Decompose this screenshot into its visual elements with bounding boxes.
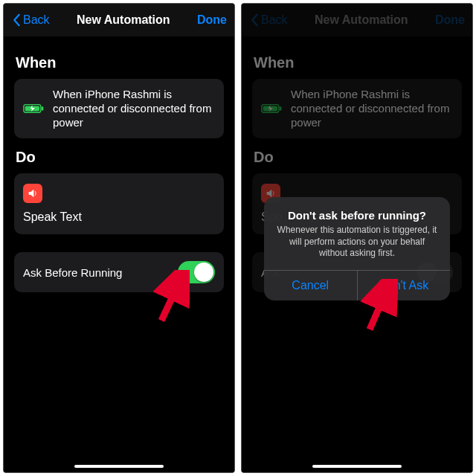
alert-message: Whenever this automation is triggered, i…	[274, 225, 440, 260]
action-label: Speak Text	[23, 210, 82, 224]
svg-rect-1	[42, 106, 44, 110]
alert-body: Don't ask before running? Whenever this …	[264, 197, 450, 270]
ask-before-running-row[interactable]: Ask Before Running	[14, 252, 224, 292]
dont-ask-button[interactable]: Don't Ask	[357, 271, 451, 300]
confirm-alert: Don't ask before running? Whenever this …	[264, 197, 450, 300]
content-area: When When iPhone Rashmi is connected or …	[4, 36, 234, 472]
speaker-icon	[23, 184, 42, 203]
nav-title: New Automation	[77, 13, 170, 27]
alert-title: Don't ask before running?	[274, 209, 440, 222]
battery-charging-icon	[23, 102, 45, 115]
cancel-button[interactable]: Cancel	[264, 271, 357, 300]
when-text: When iPhone Rashmi is connected or disco…	[53, 88, 215, 129]
ask-before-running-toggle[interactable]	[178, 261, 215, 283]
when-heading: When	[16, 54, 224, 71]
screenshot-left: Back New Automation Done When When iPhon…	[3, 3, 235, 473]
home-indicator	[74, 465, 164, 468]
back-button[interactable]: Back	[11, 13, 50, 27]
alert-buttons: Cancel Don't Ask	[264, 270, 450, 300]
toggle-label: Ask Before Running	[23, 266, 122, 279]
do-cell[interactable]: Speak Text	[14, 173, 224, 234]
when-cell[interactable]: When iPhone Rashmi is connected or disco…	[14, 79, 224, 138]
navbar: Back New Automation Done	[4, 4, 234, 36]
back-label: Back	[23, 13, 50, 27]
home-indicator	[312, 465, 402, 468]
screenshot-right: Back New Automation Done When When iPhon…	[241, 3, 473, 473]
done-button[interactable]: Done	[197, 13, 227, 27]
chevron-left-icon	[11, 13, 22, 27]
do-heading: Do	[16, 149, 224, 166]
